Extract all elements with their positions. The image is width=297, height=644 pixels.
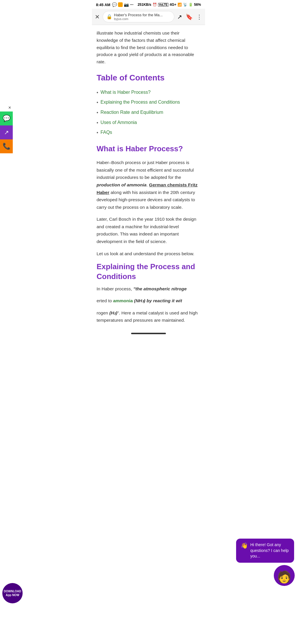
intro-paragraph: illustrate how industrial chemists use t… xyxy=(97,30,200,66)
app-icon xyxy=(118,2,123,7)
section2-hydrogen: rogen xyxy=(97,310,109,315)
section1-para2: Later, Carl Bosch in the year 1910 took … xyxy=(97,215,200,245)
toc-item-5[interactable]: FAQs xyxy=(97,129,200,136)
section2-heading: Explaining the Process andConditions xyxy=(97,262,200,282)
section1-para1-part3: along with his assistant in the 20th cen… xyxy=(97,190,195,210)
instagram-icon: 📷 xyxy=(124,2,129,7)
section2-para1-intro: In Haber process, xyxy=(97,286,133,291)
section1-heading: What is Haber Process? xyxy=(97,143,200,155)
url-bar[interactable]: 🔒 Haber's Process for the Ma... byjus.co… xyxy=(103,11,174,22)
chat-popup-area: In Haber process, "the atmospheric nitro… xyxy=(97,285,200,324)
alarm-icon: ⏰ xyxy=(153,3,157,7)
menu-button[interactable]: ⋮ xyxy=(196,13,202,20)
share-button[interactable]: ↗ xyxy=(177,13,182,20)
signal-icon: 📶 xyxy=(178,3,182,7)
bookmark-button[interactable]: 🔖 xyxy=(186,13,193,20)
home-indicator xyxy=(131,333,166,334)
section2-para1: In Haber process, "the atmospheric nitro… xyxy=(97,285,200,293)
domain-label: byjus.com xyxy=(114,17,163,21)
section2-bold-quote: "the atmospheric nitroge xyxy=(133,286,187,291)
status-indicators: 251KB/s ⏰ VoLTE 4G+ 📶 📡 🔋 56% xyxy=(137,3,201,7)
intro-text-start: illustrate how industrial chemists use t… xyxy=(97,30,194,64)
network-type: 4G+ xyxy=(170,3,176,7)
section2-para2: erted to ammonia (NH₃) by reacting it wi… xyxy=(97,297,200,305)
close-tab-button[interactable]: ✕ xyxy=(95,13,100,20)
section2-formula: (NH₃) by reacting it wit xyxy=(133,298,182,303)
toc-link-2[interactable]: Explaining the Process and Conditions xyxy=(101,98,180,106)
toc-item-2[interactable]: Explaining the Process and Conditions xyxy=(97,98,200,106)
toc-link-3[interactable]: Reaction Rate and Equilibrium xyxy=(101,109,163,116)
toc-link-4[interactable]: Uses of Ammonia xyxy=(101,119,137,126)
browser-toolbar: ✕ 🔒 Haber's Process for the Ma... byjus.… xyxy=(92,9,205,25)
whatsapp-icon: 💬 xyxy=(112,2,117,7)
section2-heading-part1: Explaining t xyxy=(97,262,139,271)
toc-item-1[interactable]: What is Haber Process? xyxy=(97,89,200,96)
lock-icon: 🔒 xyxy=(106,14,112,19)
notification-icons: 💬 📷 ··· xyxy=(112,2,133,7)
battery-icon: 🔋 xyxy=(189,3,193,7)
toc-link-5[interactable]: FAQs xyxy=(101,129,112,136)
toc-heading: Table of Contents xyxy=(97,71,200,84)
page-content: illustrate how industrial chemists use t… xyxy=(92,25,205,329)
browser-action-icons: ↗ 🔖 ⋮ xyxy=(177,13,202,20)
page-title: Haber's Process for the Ma... xyxy=(114,13,163,17)
section1-heading-text: What is Haber Process? xyxy=(97,144,183,153)
section1-para1: Haber–Bosch process or just Haber proces… xyxy=(97,159,200,211)
volte-icon: VoLTE xyxy=(158,3,169,7)
section1-para1-part2: . xyxy=(146,182,149,187)
status-bar: 8:45 AM 💬 📷 ··· 251KB/s ⏰ VoLTE 4G+ 📶 📡 … xyxy=(92,0,205,9)
section1-para3: Let us look at and understand the proces… xyxy=(97,250,200,258)
toc-item-3[interactable]: Reaction Rate and Equilibrium xyxy=(97,109,200,116)
section2-para3: rogen (H₂)". Here a metal catalyst is us… xyxy=(97,309,200,324)
network-speed: 251KB/s xyxy=(137,3,151,7)
toc-link-1[interactable]: What is Haber Process? xyxy=(101,89,151,96)
wifi-icon: 📡 xyxy=(183,3,187,7)
h2-formula: (H₂) xyxy=(109,310,117,315)
battery-percent: 56% xyxy=(194,3,201,7)
ammonia-highlight: ammonia xyxy=(113,298,133,303)
section1-bold-italic: production of ammonia xyxy=(97,182,146,187)
dots-icon: ··· xyxy=(130,2,133,7)
toc-list: What is Haber Process? Explaining the Pr… xyxy=(97,89,200,136)
section1-para1-part1: Haber–Bosch process or just Haber proces… xyxy=(97,160,194,180)
section2-para2-converted: erted to xyxy=(97,298,113,303)
toc-item-4[interactable]: Uses of Ammonia xyxy=(97,119,200,127)
time: 8:45 AM xyxy=(96,3,110,7)
status-time: 8:45 AM 💬 📷 ··· xyxy=(96,2,133,7)
